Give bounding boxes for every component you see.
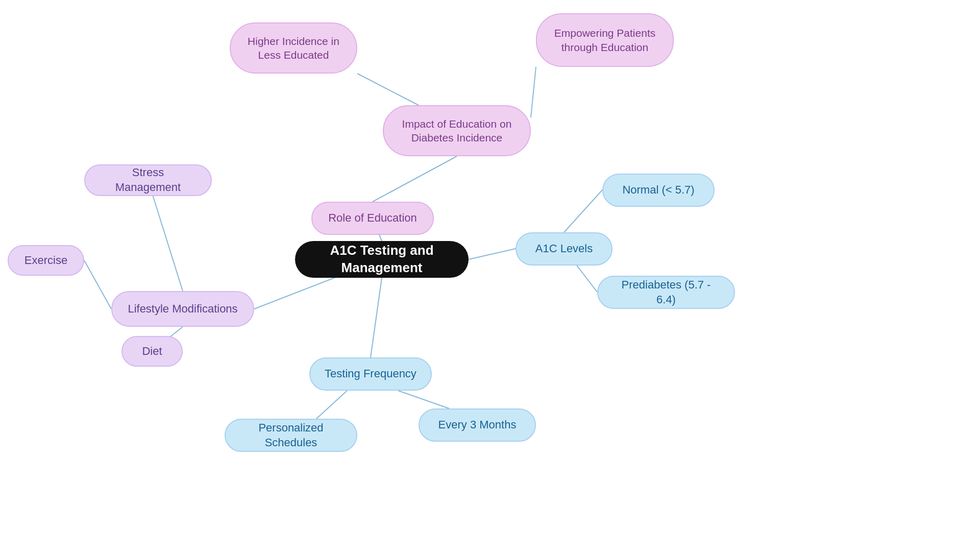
prediabetes-node[interactable]: Prediabetes (5.7 - 6.4) [597, 276, 735, 309]
lifestyle-modifications-node[interactable]: Lifestyle Modifications [111, 291, 254, 327]
role-of-education-node[interactable]: Role of Education [311, 202, 434, 235]
every-3-months-node[interactable]: Every 3 Months [419, 408, 536, 442]
svg-line-9 [316, 391, 347, 419]
exercise-node[interactable]: Exercise [8, 245, 84, 276]
testing-frequency-node[interactable]: Testing Frequency [309, 357, 432, 391]
svg-line-1 [148, 180, 183, 291]
svg-line-11 [469, 249, 516, 259]
svg-line-2 [84, 260, 111, 309]
personalized-schedules-node[interactable]: Personalized Schedules [225, 419, 357, 452]
empowering-patients-node[interactable]: Empowering Patients through Education [536, 13, 674, 67]
svg-line-8 [371, 278, 382, 357]
center-node[interactable]: A1C Testing and Management [295, 241, 469, 278]
svg-line-10 [398, 391, 449, 408]
svg-line-6 [357, 74, 419, 105]
diet-node[interactable]: Diet [121, 336, 183, 367]
impact-education-node[interactable]: Impact of Education on Diabetes Incidenc… [383, 105, 531, 156]
svg-line-5 [373, 156, 457, 202]
a1c-levels-node[interactable]: A1C Levels [516, 232, 612, 266]
stress-management-node[interactable]: Stress Management [84, 164, 212, 196]
svg-line-7 [531, 67, 536, 117]
connection-lines [0, 0, 980, 553]
higher-incidence-node[interactable]: Higher Incidence in Less Educated [230, 22, 357, 74]
normal-a1c-node[interactable]: Normal (< 5.7) [602, 174, 715, 207]
svg-line-12 [564, 190, 602, 232]
